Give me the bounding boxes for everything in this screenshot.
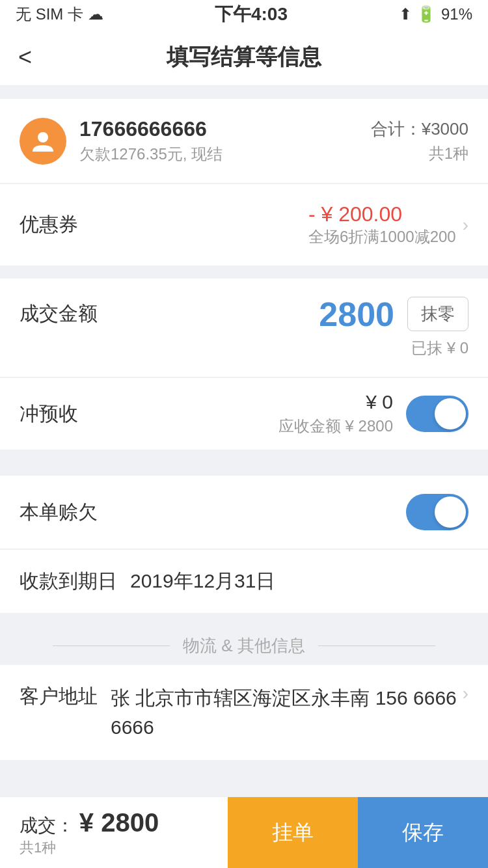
coupon-chevron-icon: › <box>463 215 468 236</box>
hold-button[interactable]: 挂单 <box>228 797 358 869</box>
amount-row: 成交金额 2800 抹零 <box>20 297 468 331</box>
status-bar: 无 SIM 卡 ☁ 下午4:03 ⬆ 🔋 91% <box>0 0 488 29</box>
round-button[interactable]: 抹零 <box>407 297 468 331</box>
summary-amount: ¥ 2800 <box>79 808 159 837</box>
coupon-amount: - ¥ 200.00 <box>308 202 456 226</box>
duedate-row: 收款到期日 2019年12月31日 <box>0 550 488 613</box>
amount-label: 成交金额 <box>20 301 98 327</box>
divider-line-right <box>318 645 435 646</box>
divider-2 <box>0 450 488 463</box>
page-title: 填写结算等信息 <box>167 42 321 72</box>
prepay-amount: ¥ 0 <box>278 391 393 413</box>
summary-label: 成交： ¥ 2800 <box>20 808 208 838</box>
prepay-sub: 应收金额 ¥ 2800 <box>278 416 393 437</box>
customer-total: 合计：¥3000 共1种 <box>371 118 468 164</box>
save-button[interactable]: 保存 <box>358 797 488 869</box>
sim-status: 无 SIM 卡 ☁ <box>16 4 103 25</box>
status-right: ⬆ 🔋 91% <box>399 5 472 23</box>
summary-label-text: 成交： <box>20 815 74 835</box>
prepay-toggle[interactable] <box>406 396 468 432</box>
bottom-bar: 成交： ¥ 2800 共1种 挂单 保存 <box>0 796 488 868</box>
prepay-right: ¥ 0 应收金额 ¥ 2800 <box>278 391 468 437</box>
avatar <box>20 118 66 165</box>
duedate-value: 2019年12月31日 <box>130 568 275 595</box>
battery-icon: ⬆ 🔋 <box>399 5 436 23</box>
credit-toggle[interactable] <box>406 494 468 530</box>
credit-row: 本单赊欠 <box>0 476 488 549</box>
amount-number: 2800 <box>319 297 394 331</box>
customer-phone: 17666666666 <box>79 117 223 141</box>
status-left: 无 SIM 卡 ☁ <box>16 4 103 25</box>
credit-label: 本单赊欠 <box>20 499 98 526</box>
total-label: 合计：¥3000 <box>371 118 468 141</box>
person-icon <box>30 128 56 154</box>
customer-info: 17666666666 欠款1276.35元, 现结 <box>79 117 223 165</box>
back-button[interactable]: < <box>18 44 32 71</box>
nav-bar: < 填写结算等信息 <box>0 29 488 86</box>
address-chevron-icon: › <box>463 683 468 704</box>
customer-card: 17666666666 欠款1276.35元, 现结 合计：¥3000 共1种 <box>0 99 488 183</box>
svg-point-0 <box>38 132 48 142</box>
coupon-label: 优惠券 <box>20 211 78 238</box>
amount-sub: 已抹 ¥ 0 <box>20 338 468 359</box>
coupon-right: - ¥ 200.00 全场6折满1000减200 › <box>308 202 468 247</box>
total-count: 共1种 <box>371 143 468 164</box>
duedate-label: 收款到期日 <box>20 568 117 595</box>
logistics-divider: 物流 & 其他信息 <box>0 626 488 665</box>
customer-card-left: 17666666666 欠款1276.35元, 现结 <box>20 117 223 165</box>
coupon-desc: 全场6折满1000减200 <box>308 226 456 247</box>
address-label: 客户地址 <box>20 683 98 710</box>
divider-1 <box>0 265 488 278</box>
amount-value-area: 2800 抹零 <box>319 297 468 331</box>
divider-line-left <box>53 645 170 646</box>
status-time: 下午4:03 <box>215 2 288 27</box>
address-row[interactable]: 客户地址 张 北京市市辖区海淀区永丰南 156 6666 6666 › <box>0 665 488 760</box>
coupon-row[interactable]: 优惠券 - ¥ 200.00 全场6折满1000减200 › <box>0 184 488 265</box>
bottom-summary: 成交： ¥ 2800 共1种 <box>0 808 228 858</box>
amount-section: 成交金额 2800 抹零 已抹 ¥ 0 <box>0 278 488 377</box>
prepay-label: 冲预收 <box>20 401 78 427</box>
customer-subtext: 欠款1276.35元, 现结 <box>79 144 223 165</box>
address-value: 张 北京市市辖区海淀区永丰南 156 6666 6666 <box>111 683 463 742</box>
summary-count: 共1种 <box>20 838 208 858</box>
prepay-row: 冲预收 ¥ 0 应收金额 ¥ 2800 <box>0 378 488 450</box>
prepay-amount-block: ¥ 0 应收金额 ¥ 2800 <box>278 391 393 437</box>
logistics-divider-text: 物流 & 其他信息 <box>183 634 305 657</box>
battery-percent: 91% <box>441 5 472 23</box>
